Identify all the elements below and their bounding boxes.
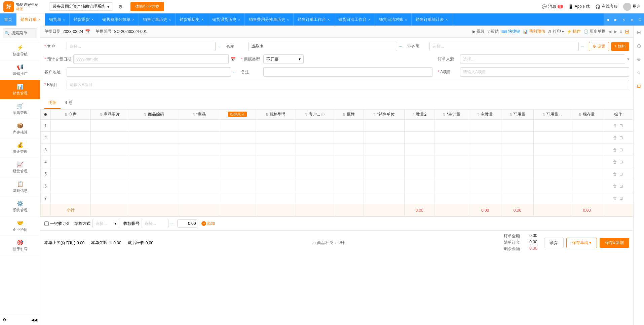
delete-icon[interactable]: 🗑 [613,196,617,201]
address-more-btn[interactable]: ··· [233,70,236,74]
sidebar-item-operations[interactable]: 📈 经营管理 [0,158,40,177]
close-icon[interactable]: ✕ [238,18,240,22]
info-icon[interactable]: ⓘ [321,113,325,116]
tab-next-btn[interactable]: ▶ [612,13,620,26]
customer-more-btn[interactable]: ··· [218,45,220,48]
tab-sales-report[interactable]: 销售订单统计表 ✕ [412,13,452,26]
quick-icon-3[interactable]: ⊕ [635,55,643,63]
ticket-type-select[interactable]: 不开票 ▾ [263,54,304,64]
delete-icon[interactable]: 🗑 [613,184,617,189]
tab-prev-btn[interactable]: ◀ [604,13,612,26]
th-cust-code[interactable]: ⇅ 客户... ⓘ [296,110,334,120]
close-icon[interactable]: ✕ [132,18,135,22]
table-scroll[interactable]: ⚙ ⇅ 仓库 ⇅ 商品图片 ⇅ [40,109,633,216]
th-avail[interactable]: ⇅ 可用量 [501,110,533,120]
remark-input[interactable] [263,67,432,77]
th-qty2[interactable]: ⇅ 数量2 [404,110,434,120]
copy-icon[interactable]: ⊡ [619,135,623,140]
search-menu-btn[interactable]: 🔍 搜索菜单 [3,28,37,38]
message-btn[interactable]: 💬 消息 9 [542,4,563,9]
th-unit[interactable]: ⇅ *销售单位 [364,110,405,120]
add-payment-btn[interactable]: + 添加 [201,221,215,227]
close-icon[interactable]: ✕ [168,18,171,22]
th-warehouse[interactable]: ⇅ 仓库 [51,110,91,120]
warehouse-input[interactable]: 成品库 [248,42,397,51]
add-material-btn[interactable]: + 物料 [611,42,629,51]
tab-sales-order-history[interactable]: 销售订单历史 ✕ [139,13,176,26]
delete-icon[interactable]: 🗑 [613,135,617,140]
tab-menu-btn[interactable]: ✕ [620,13,628,26]
tab-return-history[interactable]: 销货退货历史 ✕ [208,13,245,26]
online-service-btn[interactable]: 🎧 在线客服 [595,4,618,9]
close-icon[interactable]: ✕ [38,18,41,22]
customer-input[interactable]: 选择... [67,42,216,51]
project-b-input[interactable]: 请输入B项目 [67,80,629,89]
shortcut-btn[interactable]: ⌨ 快捷键 [501,29,520,34]
settings-bottom-icon[interactable]: ⚙ [3,318,6,322]
industry-btn[interactable]: 体验行业方案 [130,2,164,11]
save-draft-btn[interactable]: 保存草稿 ▾ [566,238,597,248]
info-icon[interactable]: ⓘ [109,241,112,245]
tab-expand-btn[interactable]: ⊡ [636,13,644,26]
view-video-btn[interactable]: ▶ 视频 [472,29,485,34]
copy-icon[interactable]: ⊡ [619,160,623,164]
close-icon[interactable]: ✕ [405,18,407,22]
list-view-icon[interactable]: ≡ [620,29,622,34]
sidebar-item-marketing[interactable]: 📢 营销推广 [0,60,40,80]
account-select[interactable]: 选择... [142,219,168,228]
calendar-icon[interactable]: 📅 [85,29,90,34]
delete-icon[interactable]: 🗑 [613,148,617,152]
user-btn[interactable]: 用户 [623,3,641,11]
sidebar-item-inventory[interactable]: 📦 库存核算 [0,119,40,138]
tab-sales-return[interactable]: 销货退货 ✕ [70,13,98,26]
payment-method-select[interactable]: 选择... ▾ [92,219,119,228]
one-click-checkbox-input[interactable] [44,221,49,226]
amount-input[interactable] [177,219,197,228]
quick-icon-4[interactable]: ☆ [635,69,643,77]
quick-icon-2[interactable]: ◷ [635,42,643,50]
th-spec[interactable]: ⇅ 规格型号 [256,110,296,120]
delete-icon[interactable]: 🗑 [613,172,617,176]
sidebar-item-collab[interactable]: 🤝 企业协同 [0,216,40,236]
th-attr[interactable]: ⇅ 属性 [334,110,364,120]
profit-btn[interactable]: 📊 毛利预估 [523,29,545,34]
delete-icon[interactable]: 🗑 [613,123,617,128]
sidebar-item-sales[interactable]: 📊 销售管理 [0,80,40,99]
close-icon[interactable]: ✕ [287,18,289,22]
tab-more-btn[interactable]: ≡ [628,13,636,26]
th-name[interactable]: ⇅ *商品 [179,110,219,120]
close-icon[interactable]: ✕ [445,18,448,22]
quick-icon-5[interactable]: ⊡ [635,82,643,90]
address-input[interactable] [67,67,231,77]
sidebar-item-guide[interactable]: 🎯 新手引导 [0,236,40,255]
close-icon[interactable]: ✕ [201,18,204,22]
discard-btn[interactable]: 放弃 [544,238,564,248]
th-code[interactable]: ⇅ 商品编码 [129,110,179,120]
tab-sales-invoice[interactable]: 销货单 ✕ [45,13,70,26]
operation-btn[interactable]: ⚡ 操作 [567,29,581,34]
tab-sales-expense[interactable]: 销售费用分摊单 ✕ [98,13,139,26]
account-more-btn[interactable]: ··· [171,222,173,226]
grid-view-icon[interactable]: ⊞ [625,28,629,35]
warehouse-more-btn[interactable]: ··· [399,45,402,48]
delivery-date-input[interactable]: yyyy-mm-dd [73,54,229,64]
save-new-btn[interactable]: 保存&新增 [600,238,629,248]
tab-detail[interactable]: 明细 [44,97,61,109]
tab-expense-history[interactable]: 销售费用分摊单历史 ✕ [245,13,294,26]
nav-next-icon[interactable]: ▶ [614,29,617,34]
scan-btn[interactable]: 扫码录入 [228,112,247,117]
sidebar-item-system[interactable]: ⚙️ 系统管理 [0,197,40,216]
th-avail2[interactable]: ⇅ 可用量... [533,110,571,120]
close-icon[interactable]: ✕ [327,18,330,22]
sidebar-item-base-info[interactable]: 📋 基础信息 [0,177,40,197]
tab-summary[interactable]: 汇总 [61,97,77,109]
history-btn[interactable]: 🕐 历史单据 [583,29,606,34]
close-icon[interactable]: ✕ [91,18,94,22]
sidebar-item-purchase[interactable]: 🛒 采购管理 [0,99,40,119]
staff-input[interactable]: 选择... [429,42,578,51]
copy-icon[interactable]: ⊡ [619,184,623,189]
goods-count-icon[interactable]: ⊙ [312,241,316,245]
staff-more-btn[interactable]: ··· [581,45,583,48]
tab-daily-workbench[interactable]: 钱货日清工作台 ✕ [334,13,375,26]
tab-daily-reconcile[interactable]: 钱货日清对账 ✕ [375,13,412,26]
